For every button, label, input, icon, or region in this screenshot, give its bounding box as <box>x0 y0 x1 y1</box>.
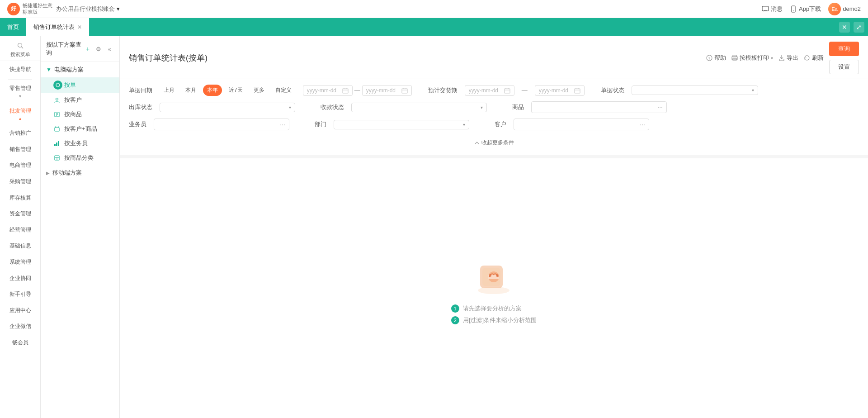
date-btn-this-month[interactable]: 本月 <box>181 85 200 96</box>
tab-close-icon[interactable]: ✕ <box>77 24 82 30</box>
message-btn[interactable]: 消息 <box>762 5 783 13</box>
sidebar-item-apps[interactable]: 应用中心 <box>0 303 40 319</box>
scheme-item-by-customer[interactable]: 按客户 <box>41 93 119 107</box>
sidebar-item-system[interactable]: 系统管理 <box>0 254 40 271</box>
mobile-group-header[interactable]: ▶ 移动端方案 <box>41 165 119 180</box>
delivery-date-from-input[interactable]: yyyy-mm-dd <box>465 85 514 96</box>
app-selector[interactable]: 办公用品行业模拟账套 ▾ <box>56 5 120 13</box>
doc-status-chevron-icon: ▾ <box>752 88 754 93</box>
svg-point-44 <box>489 274 491 277</box>
tab-close-window-btn[interactable]: ✕ <box>839 22 850 33</box>
doc-status-select[interactable]: ▾ <box>632 86 758 95</box>
delivery-date-separator: — <box>522 87 528 94</box>
scheme-item-by-customer-product[interactable]: 按客户+商品 <box>41 122 119 136</box>
scheme-item-by-order[interactable]: 按单 <box>41 77 119 93</box>
scheme-item-by-product[interactable]: 按商品 <box>41 107 119 122</box>
salesman-dots[interactable]: ··· <box>280 121 285 128</box>
query-btn[interactable]: 查询 <box>829 42 859 56</box>
collapse-panel-btn[interactable]: « <box>105 44 114 53</box>
pc-group-header[interactable]: ▼ 电脑端方案 <box>41 62 119 77</box>
product-label: 商品 <box>512 103 524 111</box>
page-header-actions: ? 帮助 按模板打印 ▾ 导出 <box>706 42 859 74</box>
delivery-date-label: 预计交货期 <box>428 86 458 95</box>
product-dots[interactable]: ··· <box>657 104 663 111</box>
sidebar-item-inventory[interactable]: 库存核算 <box>0 190 40 206</box>
mobile-group-chevron-icon: ▶ <box>46 171 50 176</box>
salesman-label: 业务员 <box>129 120 146 128</box>
by-customer-product-icon <box>53 125 61 133</box>
sidebar-search-area[interactable]: 搜索菜单 <box>0 40 40 61</box>
tab-home[interactable]: 首页 <box>0 18 26 36</box>
scheme-item-by-category[interactable]: 按商品分类 <box>41 151 119 165</box>
sidebar-item-finance[interactable]: 资金管理 <box>0 206 40 222</box>
svg-point-2 <box>793 10 794 11</box>
sidebar-quick-nav[interactable]: 快捷导航 <box>0 61 40 78</box>
date-to-input[interactable]: yyyy-mm-dd <box>362 85 412 96</box>
query-settings-group: 查询 设置 <box>829 42 859 74</box>
sidebar-item-wholesale[interactable]: 批发管理 ▴ <box>0 103 40 126</box>
settings-scheme-btn[interactable]: ⚙ <box>94 44 103 53</box>
sidebar-item-retail[interactable]: 零售管理 ▾ <box>0 81 40 103</box>
search-menu-btn[interactable]: 搜索菜单 <box>4 43 37 58</box>
tab-sales-stats[interactable]: 销售订单统计表 ✕ <box>26 18 89 36</box>
main-layout: 搜索菜单 快捷导航 零售管理 ▾ 批发管理 ▴ 营销推广 销售管理 电商管理 采… <box>0 36 868 418</box>
by-salesman-icon <box>53 140 61 147</box>
dept-label: 部门 <box>315 120 326 128</box>
top-bar: 好 畅捷通好生意 标准版 办公用品行业模拟账套 ▾ 消息 App下载 Ea de… <box>0 0 868 18</box>
customer-dots[interactable]: ··· <box>640 121 645 128</box>
date-btn-last-month[interactable]: 上月 <box>160 85 179 96</box>
settings-btn[interactable]: 设置 <box>829 60 859 74</box>
delivery-date-to-input[interactable]: yyyy-mm-dd <box>535 85 585 96</box>
sidebar-item-ecommerce[interactable]: 电商管理 <box>0 157 40 174</box>
content-area: 按以下方案查询 + ⚙ « ▼ 电脑端方案 按单 <box>41 36 868 418</box>
sidebar-item-newuser[interactable]: 新手引导 <box>0 286 40 303</box>
receipt-status-chevron-icon: ▾ <box>481 105 483 110</box>
salesman-input[interactable]: ··· <box>154 119 289 130</box>
receipt-status-select[interactable]: ▾ <box>351 103 487 112</box>
svg-point-6 <box>56 98 58 100</box>
tab-maximize-btn[interactable]: ⤢ <box>854 22 864 33</box>
refresh-btn[interactable]: 刷新 <box>804 54 824 62</box>
ship-status-select[interactable]: ▾ <box>160 103 295 112</box>
sidebar-item-corpwx[interactable]: 企业微信 <box>0 318 40 335</box>
svg-line-4 <box>21 47 23 49</box>
svg-rect-12 <box>54 144 56 146</box>
sidebar-item-member[interactable]: 畅会员 <box>0 335 40 351</box>
print-btn[interactable]: 按模板打印 ▾ <box>731 54 773 62</box>
collapse-btn[interactable]: 收起更多条件 <box>129 136 859 149</box>
date-btn-custom[interactable]: 自定义 <box>271 85 296 96</box>
svg-rect-31 <box>505 89 510 93</box>
add-scheme-btn[interactable]: + <box>83 44 92 53</box>
scheme-label-by-category: 按商品分类 <box>64 154 94 162</box>
scheme-item-by-salesman[interactable]: 按业务员 <box>41 136 119 151</box>
date-from-input[interactable]: yyyy-mm-dd <box>303 85 353 96</box>
app-download-btn[interactable]: App下载 <box>790 5 821 13</box>
scheme-label-by-product: 按商品 <box>64 110 82 119</box>
dept-select[interactable]: ▾ <box>334 120 469 129</box>
ship-status-label: 出库状态 <box>129 103 152 111</box>
date-btn-this-year[interactable]: 本年 <box>203 85 222 96</box>
left-panel: 按以下方案查询 + ⚙ « ▼ 电脑端方案 按单 <box>41 36 120 418</box>
filter-row-2: 出库状态 ▾ 收款状态 ▾ 商品 ··· <box>129 101 859 113</box>
sidebar-item-purchase[interactable]: 采购管理 <box>0 174 40 190</box>
sidebar-item-marketing[interactable]: 营销推广 <box>0 125 40 142</box>
date-btn-7-days[interactable]: 近7天 <box>225 85 247 96</box>
by-category-icon <box>53 154 61 162</box>
sidebar-item-operations[interactable]: 经营管理 <box>0 222 40 238</box>
message-icon <box>762 5 769 13</box>
scheme-label-by-customer: 按客户 <box>64 96 82 104</box>
svg-rect-35 <box>575 89 580 93</box>
top-bar-right: 消息 App下载 Ea demo2 <box>762 3 861 15</box>
export-btn[interactable]: 导出 <box>778 54 798 62</box>
left-panel-actions: + ⚙ « <box>83 44 114 53</box>
sidebar-item-basic[interactable]: 基础信息 <box>0 238 40 254</box>
product-input[interactable]: ··· <box>531 101 667 113</box>
user-area[interactable]: Ea demo2 <box>828 3 861 15</box>
filter-row-1: 单据日期 上月 本月 本年 近7天 更多 自定义 yyyy-mm-dd <box>129 85 859 96</box>
customer-input[interactable]: ··· <box>514 119 649 130</box>
date-btn-more[interactable]: 更多 <box>250 85 269 96</box>
sidebar-item-corp[interactable]: 企业协同 <box>0 271 40 287</box>
sidebar-item-sales[interactable]: 销售管理 <box>0 142 40 158</box>
pc-group-label: 电脑端方案 <box>54 66 84 74</box>
help-btn[interactable]: ? 帮助 <box>706 54 726 62</box>
